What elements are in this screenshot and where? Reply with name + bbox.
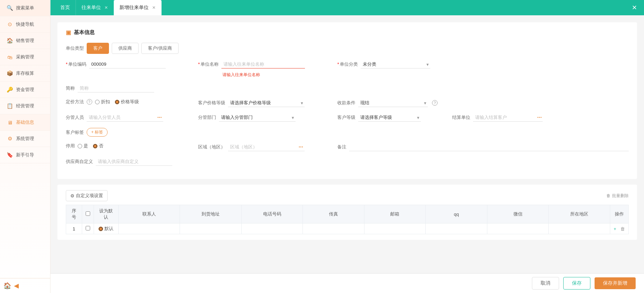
sidebar-item-search[interactable]: 🔍 搜索菜单 (0, 0, 50, 16)
unit-type-row: 单位类型 客户 供应商 客户/供应商 (66, 43, 629, 54)
row-qq-input[interactable] (429, 226, 484, 231)
system-icon: ⚙ (6, 136, 13, 142)
supplier-custom-input[interactable] (96, 157, 172, 166)
manager-more-btn[interactable]: ··· (156, 114, 163, 121)
pricing-question-icon[interactable]: ? (87, 99, 92, 105)
batch-delete-btn[interactable]: 🗑 批量删除 (606, 193, 629, 199)
department-select-wrap: 请输入分管部门 (219, 113, 296, 122)
remark-input[interactable] (349, 143, 629, 151)
supplier-custom-row: 供应商自定义 (66, 157, 629, 166)
settlement-unit-input[interactable] (473, 113, 536, 121)
sidebar-item-inventory[interactable]: 📦 库存核算 (0, 65, 50, 82)
type-btn-supplier[interactable]: 供应商 (112, 43, 139, 54)
row-no: 1 (66, 223, 82, 234)
sidebar-item-quick-nav[interactable]: ⊙ 快捷导航 (0, 16, 50, 33)
custom-settings-btn[interactable]: ⚙ 自定义项设置 (66, 190, 108, 201)
add-tag-button[interactable]: + 标签 (87, 128, 108, 137)
row-checkbox-input[interactable] (86, 226, 90, 230)
disabled-no-radio[interactable]: 否 (93, 143, 103, 149)
row-address-input[interactable] (183, 226, 237, 231)
row-qq[interactable] (426, 223, 487, 234)
save-new-button[interactable]: 保存并新增 (595, 277, 636, 289)
unit-code-input[interactable] (89, 60, 166, 68)
row-fax[interactable] (303, 223, 364, 234)
manager-input[interactable] (87, 113, 156, 121)
tab-bar: 首页 往来单位 ✕ 新增往来单位 ✕ ✕ (50, 0, 644, 15)
sidebar-item-purchase[interactable]: 🛍 采购管理 (0, 49, 50, 65)
sidebar-item-system[interactable]: ⚙ 系统管理 (0, 131, 50, 147)
short-name-input[interactable] (78, 84, 154, 92)
unit-name-field: *单位名称 请输入往来单位名称 (198, 60, 323, 78)
sidebar-item-basic-info[interactable]: 🖥 基础信息 (0, 114, 50, 131)
sidebar-item-guide[interactable]: 🔖 新手引导 (0, 147, 50, 163)
disabled-yes-radio[interactable]: 是 (78, 143, 88, 149)
region-field: 区域（地区） ··· (198, 143, 323, 151)
customer-tag-field: 客户标签 + 标签 (66, 128, 629, 137)
select-all-checkbox[interactable] (86, 211, 90, 216)
row-default-radio-label[interactable]: 默认 (97, 226, 115, 232)
row-phone-input[interactable] (245, 226, 299, 231)
settlement-unit-more-btn[interactable]: ··· (536, 114, 543, 121)
row-add-btn[interactable]: + (614, 226, 616, 231)
region-more-btn[interactable]: ··· (297, 144, 305, 150)
table-header-row: 序号 设为默认 联系人 到货地址 电话号码 传真 邮箱 qq 微信 所在地区 操… (66, 205, 629, 223)
customer-level-field: 客户等级 请选择客户等级 (337, 113, 442, 122)
tab-new-partner[interactable]: 新增往来单位 ✕ (114, 0, 162, 15)
row-contact[interactable] (118, 223, 180, 234)
short-name-label: 简称 (66, 85, 75, 91)
unit-category-select-wrap: 未分类 (361, 60, 430, 68)
department-select[interactable]: 请输入分管部门 (219, 113, 296, 122)
row-wechat-input[interactable] (491, 226, 545, 231)
col-phone: 电话号码 (241, 205, 303, 223)
contacts-table-section: ⚙ 自定义项设置 🗑 批量删除 序号 设为默认 联系人 到货地址 电话 (57, 185, 637, 240)
type-btn-both[interactable]: 客户/供应商 (141, 43, 179, 54)
row-email[interactable] (364, 223, 425, 234)
payment-terms-question-icon[interactable]: ? (432, 100, 438, 106)
manager-row: 分管人员 ··· 分管部门 请输入分管部门 客户等级 (66, 113, 629, 122)
tab-home[interactable]: 首页 (55, 0, 76, 15)
batch-delete-icon: 🗑 (606, 193, 611, 198)
row-fax-input[interactable] (306, 226, 360, 231)
unit-code-field: *单位编码 (66, 60, 184, 68)
sidebar-expand-icon[interactable]: ◀ (14, 282, 19, 290)
unit-name-input[interactable] (221, 60, 305, 68)
supplier-custom-label: 供应商自定义 (66, 158, 93, 165)
row-default: 默认 (94, 223, 118, 234)
sales-icon: 🏠 (6, 38, 13, 44)
row-default-radio[interactable] (99, 227, 103, 231)
pricing-level-radio[interactable]: 价格等级 (115, 99, 139, 105)
row-contact-input[interactable] (122, 226, 176, 231)
col-no: 序号 (66, 205, 82, 223)
sidebar-item-operations[interactable]: 📋 经营管理 (0, 98, 50, 114)
sidebar-item-finance[interactable]: 🔑 资金管理 (0, 82, 50, 98)
customer-level-select-wrap: 请选择客户等级 (358, 113, 421, 122)
row-address[interactable] (180, 223, 241, 234)
row-region[interactable] (549, 223, 610, 234)
pricing-discount-radio[interactable]: 折扣 (95, 99, 110, 105)
manager-field: 分管人员 ··· (66, 113, 184, 122)
tab-partners[interactable]: 往来单位 ✕ (76, 0, 114, 15)
cancel-button[interactable]: 取消 (532, 277, 559, 290)
basic-info-icon: 🖥 (6, 120, 13, 125)
row-email-input[interactable] (368, 226, 422, 231)
tab-new-partner-close[interactable]: ✕ (152, 5, 156, 10)
customer-level-select[interactable]: 请选择客户等级 (358, 113, 421, 122)
row-region-input[interactable] (552, 226, 606, 231)
inventory-icon: 📦 (6, 70, 13, 76)
customer-price-level-select[interactable]: 请选择客户价格等级 (228, 99, 305, 107)
sidebar: 🔍 搜索菜单 ⊙ 快捷导航 🏠 销售管理 🛍 采购管理 📦 库存核算 🔑 资金管… (0, 0, 50, 293)
row-wechat[interactable] (487, 223, 548, 234)
row-phone[interactable] (241, 223, 303, 234)
tab-partners-close[interactable]: ✕ (104, 5, 108, 10)
payment-terms-select[interactable]: 现结 (358, 99, 428, 107)
payment-terms-label: 收款条件 (337, 100, 355, 106)
sidebar-home-icon[interactable]: 🏠 (3, 282, 11, 290)
region-input[interactable] (228, 143, 297, 151)
type-btn-customer[interactable]: 客户 (87, 43, 109, 54)
sidebar-item-sales[interactable]: 🏠 销售管理 (0, 33, 50, 49)
section-header: ▣ 基本信息 (66, 29, 629, 36)
row-delete-btn[interactable]: 🗑 (620, 226, 625, 231)
close-all-tabs[interactable]: ✕ (629, 2, 640, 13)
unit-category-select[interactable]: 未分类 (361, 60, 430, 68)
save-button[interactable]: 保存 (563, 277, 590, 290)
